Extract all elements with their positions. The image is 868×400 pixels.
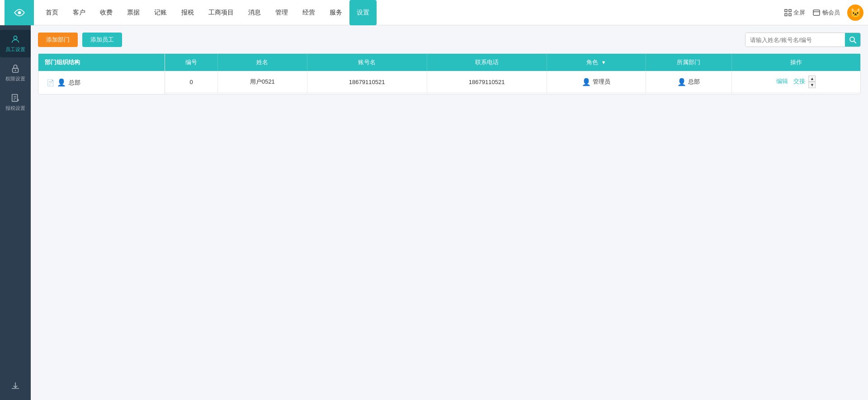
cell-dept: 👤 总部: [646, 71, 731, 93]
lock-icon: [10, 64, 20, 74]
file-icon: 📄: [47, 79, 54, 86]
scroll-area: ▲ ▼: [808, 75, 816, 88]
nav-items: 首页 客户 收费 票据 记账 报税 工商项目 消息 管理 经营 服务 设置: [38, 0, 784, 25]
col-actions: 操作: [731, 54, 860, 71]
sidebar-employee-label: 员工设置: [5, 46, 25, 53]
sidebar-item-tax-settings[interactable]: 报税设置: [0, 89, 31, 116]
layout: 员工设置 权限设置 报税设置: [0, 25, 868, 400]
cell-account: 18679110521: [307, 71, 427, 93]
nav-right: 全屏 畅会员 🐱: [784, 5, 863, 21]
svg-point-0: [18, 11, 21, 14]
logo: [5, 0, 34, 25]
svg-rect-5: [813, 10, 820, 15]
scroll-down-btn[interactable]: ▼: [808, 82, 816, 88]
dept-name-root: 总部: [69, 79, 80, 87]
table-panel: 编号 姓名 账号名 联系电话 角色 ▼ 所属部门 操作: [165, 54, 860, 94]
sidebar-tax-label: 报税设置: [5, 105, 25, 112]
col-phone: 联系电话: [427, 54, 547, 71]
dept-tree: 📄 👤 总部: [38, 71, 165, 94]
avatar[interactable]: 🐱: [847, 5, 863, 21]
nav-home[interactable]: 首页: [38, 0, 66, 25]
content-area: 部门组织结构 📄 👤 总部 编号 姓名 账号名: [38, 53, 861, 94]
col-account: 账号名: [307, 54, 427, 71]
sidebar: 员工设置 权限设置 报税设置: [0, 25, 31, 400]
col-name: 姓名: [218, 54, 307, 71]
sidebar-item-employee[interactable]: 员工设置: [0, 30, 31, 57]
nav-manage[interactable]: 管理: [268, 0, 295, 25]
edit-link[interactable]: 编辑: [776, 78, 788, 85]
nav-accounting[interactable]: 记账: [147, 0, 174, 25]
nav-service[interactable]: 服务: [322, 0, 349, 25]
download-icon: [10, 381, 20, 391]
main-content: 添加部门 添加员工 部门组织结构 📄 👤: [31, 25, 868, 400]
role-filter-icon: ▼: [601, 60, 606, 65]
cell-role: 👤 管理员: [547, 71, 646, 93]
nav-operate[interactable]: 经营: [295, 0, 322, 25]
nav-tax[interactable]: 报税: [174, 0, 201, 25]
cell-name: 用户0521: [218, 71, 307, 93]
sidebar-item-permissions[interactable]: 权限设置: [0, 59, 31, 87]
nav-invoice[interactable]: 票据: [120, 0, 147, 25]
col-id: 编号: [165, 54, 218, 71]
nav-biz[interactable]: 工商项目: [201, 0, 241, 25]
fullscreen-icon: [784, 9, 792, 16]
fullscreen-label: 全屏: [793, 9, 805, 17]
svg-point-7: [14, 36, 17, 39]
transfer-link[interactable]: 交接: [793, 78, 805, 85]
sidebar-permissions-label: 权限设置: [5, 75, 25, 82]
nav-customer[interactable]: 客户: [66, 0, 93, 25]
svg-rect-2: [789, 9, 791, 12]
svg-rect-4: [789, 14, 791, 16]
employee-table: 编号 姓名 账号名 联系电话 角色 ▼ 所属部门 操作: [165, 54, 860, 93]
dept-user-icon: 👤: [57, 78, 66, 87]
search-icon: [849, 36, 856, 43]
member-label: 畅会员: [822, 9, 840, 17]
svg-rect-3: [785, 14, 787, 16]
search-box: [745, 33, 861, 47]
top-nav: 首页 客户 收费 票据 记账 报税 工商项目 消息 管理 经营 服务 设置 全屏: [0, 0, 868, 25]
nav-settings[interactable]: 设置: [349, 0, 377, 25]
toolbar: 添加部门 添加员工: [38, 33, 861, 47]
scroll-up-btn[interactable]: ▲: [808, 75, 816, 82]
dept-badge-icon: 👤: [677, 78, 686, 86]
fullscreen-btn[interactable]: 全屏: [784, 9, 805, 17]
sidebar-download-btn[interactable]: [0, 376, 31, 395]
cell-actions: 编辑 交接 ▲ ▼: [731, 71, 860, 93]
cell-id: 0: [165, 71, 218, 93]
sidebar-bottom: [0, 376, 31, 395]
nav-fee[interactable]: 收费: [93, 0, 120, 25]
search-input[interactable]: [745, 33, 845, 47]
nav-message[interactable]: 消息: [241, 0, 268, 25]
add-emp-button[interactable]: 添加员工: [82, 33, 122, 47]
dept-panel: 部门组织结构 📄 👤 总部: [38, 54, 165, 94]
cell-phone: 18679110521: [427, 71, 547, 93]
dept-panel-header: 部门组织结构: [38, 54, 165, 71]
report-icon: [10, 93, 20, 103]
dept-tree-item-root[interactable]: 📄 👤 总部: [45, 75, 158, 89]
add-dept-button[interactable]: 添加部门: [38, 33, 78, 47]
role-user-icon: 👤: [582, 78, 591, 86]
search-button[interactable]: [845, 33, 860, 47]
svg-line-15: [854, 41, 856, 43]
svg-point-9: [15, 70, 16, 71]
member-btn[interactable]: 畅会员: [812, 9, 840, 17]
col-role[interactable]: 角色 ▼: [547, 54, 646, 71]
col-dept: 所属部门: [646, 54, 731, 71]
svg-rect-1: [785, 9, 787, 12]
person-icon: [10, 34, 20, 44]
member-icon: [812, 9, 821, 17]
table-row: 0 用户0521 18679110521 18679110521 👤 管理员: [165, 71, 860, 93]
